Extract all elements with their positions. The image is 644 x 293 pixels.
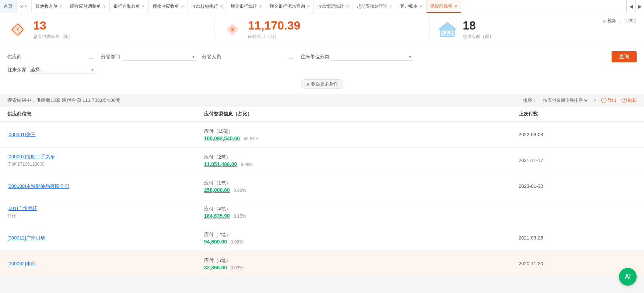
nav-tab-cash-flow[interactable]: 现金银行流水查询 ✕ xyxy=(266,0,314,13)
diamond-icon: ¥ xyxy=(7,19,28,40)
close-icon[interactable]: ✕ xyxy=(181,4,184,8)
nav-tab-ar-ap-adjust[interactable]: 应收应付调整单 ✕ xyxy=(66,0,110,13)
last-pay-5: 2020-11-20 xyxy=(519,261,543,266)
sort-select[interactable]: 按应付余额倒序排序 xyxy=(542,97,589,103)
close-icon[interactable]: ✕ xyxy=(142,4,145,8)
person-input[interactable] xyxy=(225,54,287,59)
table-row: [000001]张三 应付（15笔） 100,092,540.00 89.61%… xyxy=(0,122,644,148)
tx-pct-1: 9.89% xyxy=(241,162,253,167)
department-select[interactable] xyxy=(124,54,192,59)
filter-row-1: 供应商 ... 分管部门 ▾ 分管人员 ... 往来单位分类 xyxy=(7,51,637,62)
col-header-supplier: 供应商信息 xyxy=(7,111,204,117)
nav-tab-home[interactable]: 首页 xyxy=(0,0,17,13)
supplier-link-3[interactable]: [001]广州荣轩 xyxy=(7,206,37,211)
result-info: 搜索结果中，供应商13家 应付金额 111,703,854.00元 xyxy=(7,97,120,104)
supplier-dots-icon[interactable]: ... xyxy=(89,54,94,60)
tx-amount-0[interactable]: 100,092,540.00 xyxy=(204,135,240,141)
collapse-button[interactable]: ∧ 收起更多条件 xyxy=(301,79,343,89)
nav-tab-other-income[interactable]: 其他收入单 ✕ xyxy=(32,0,66,13)
supplier-table: 供应商信息 应付交易信息（占比） 上次付数 [000001]张三 应付（15笔）… xyxy=(0,107,644,277)
supplier-link-0[interactable]: [000001]张三 xyxy=(7,132,36,137)
tx-amount-1[interactable]: 11,051,486.00 xyxy=(204,161,237,167)
tx-amount-3[interactable]: 164,635.90 xyxy=(204,213,230,219)
video-link[interactable]: 视频 xyxy=(608,18,616,24)
nav-tab-overdue-ar[interactable]: 超期应收款查询 ✕ xyxy=(353,0,396,13)
tx-amount-4[interactable]: 94,600.00 xyxy=(204,239,227,245)
close-icon[interactable]: ✕ xyxy=(346,4,349,8)
result-actions: 排序： 按应付余额倒序排序 ▾ ↑ 导出 ↺ 刷新 xyxy=(523,97,637,104)
col-header-transactions: 应付交易信息（占比） xyxy=(204,111,519,117)
close-icon[interactable]: ✕ xyxy=(220,4,223,8)
close-icon[interactable]: ✕ xyxy=(454,4,457,8)
last-pay-4: 2021-03-25 xyxy=(519,235,543,241)
top-right-links: ▶ 视频 | ? 帮助 xyxy=(601,18,637,24)
filter-row-2: 往来余额 选择... ▾ xyxy=(7,66,637,73)
nav-tab-bank-deposit[interactable]: 银行存取款单 ✕ xyxy=(110,0,149,13)
refresh-button[interactable]: ↺ 刷新 xyxy=(622,97,637,104)
nav-tab-cash-stat[interactable]: 现金银行统计 ✕ xyxy=(227,0,266,13)
stats-header: ¥ 13 总应付供应商（家） ¥ 11,170.39 应付合计（万） xyxy=(0,13,644,46)
supplier-sub-1: 王通 17106110000 xyxy=(7,161,204,168)
table-header: 供应商信息 应付交易信息（占比） 上次付数 xyxy=(0,107,644,122)
balance-select[interactable]: 选择... xyxy=(30,67,91,72)
tx-amount-5[interactable]: 32,366.00 xyxy=(204,265,227,270)
chevron-down-icon2: ▾ xyxy=(409,54,411,59)
supplier-link-2[interactable]: [000100]本特勤油品有限公司 xyxy=(7,183,69,189)
category-label: 往来单位分类 xyxy=(301,54,329,60)
table-row: [000100]本特勤油品有限公司 应付（1笔） 258,000.00 0.23… xyxy=(0,173,644,199)
nav-tab-prepay-ar[interactable]: 预收冲应收单 ✕ xyxy=(149,0,188,13)
nav-tab-supplier-ledger[interactable]: 供应商账本 ✕ xyxy=(427,0,461,13)
table-row: [000002]李四 应付（5笔） 32,366.00 0.03% 2020-1… xyxy=(0,251,644,277)
filter-supplier: 供应商 ... xyxy=(7,53,95,61)
stat-num-payable-total: 11,170.39 xyxy=(248,19,300,32)
close-icon[interactable]: ✕ xyxy=(389,4,392,8)
supplier-link-1[interactable]: [000007]恒旺二手叉车 xyxy=(7,154,55,159)
category-select[interactable] xyxy=(333,54,409,59)
nav-tab-customer-ledger[interactable]: 客户账本 ✕ xyxy=(396,0,427,13)
filter-balance: 往来余额 选择... ▾ xyxy=(7,66,95,73)
supplier-label: 供应商 xyxy=(7,54,22,60)
supplier-input[interactable] xyxy=(25,54,87,59)
nav-tab-3[interactable]: 3 ✕ xyxy=(17,0,32,13)
close-icon[interactable]: ✕ xyxy=(307,4,310,8)
circle-play-icon: ▶ xyxy=(603,18,606,24)
filter-area: 供应商 ... 分管部门 ▾ 分管人员 ... 往来单位分类 xyxy=(0,46,644,94)
table-row: [000007]恒旺二手叉车 王通 17106110000 应付（2笔） 11,… xyxy=(0,148,644,173)
tx-pct-2: 0.23% xyxy=(234,188,246,193)
chevron-down-icon: ▾ xyxy=(192,54,195,59)
last-pay-1: 2021-11-17 xyxy=(519,158,543,163)
close-icon[interactable]: ✕ xyxy=(103,4,106,8)
nav-prev-arrow[interactable]: ◀ xyxy=(626,0,635,13)
tx-label-4: 应付（2笔） xyxy=(204,231,519,238)
tx-label-5: 应付（5笔） xyxy=(204,257,519,264)
tx-label-3: 应付（4笔） xyxy=(204,206,519,212)
nav-tab-receipt-stat[interactable]: 收款情况统计 ✕ xyxy=(314,0,353,13)
nav-next-arrow[interactable]: ▶ xyxy=(635,0,644,13)
filter-person: 分管人员 ... xyxy=(202,53,294,61)
stat-block-payable-total: ¥ 11,170.39 应付合计（万） xyxy=(214,19,422,40)
export-button[interactable]: ↑ 导出 xyxy=(601,97,616,104)
close-icon[interactable]: ✕ xyxy=(25,4,28,8)
stat-label-payable-total: 应付合计（万） xyxy=(248,34,300,40)
close-icon[interactable]: ✕ xyxy=(420,4,423,8)
stat-label-payable-suppliers: 总应付供应商（家） xyxy=(33,34,73,40)
collapse-bar[interactable]: ∧ 收起更多条件 xyxy=(7,77,637,91)
filter-category: 往来单位分类 ▾ xyxy=(301,53,413,61)
filter-department: 分管部门 ▾ xyxy=(101,53,196,61)
svg-rect-13 xyxy=(441,31,443,32)
help-link[interactable]: 帮助 xyxy=(628,18,637,24)
table-row: [001]广州荣轩 仔仔 应付（4笔） 164,635.90 0.15% xyxy=(0,199,644,225)
nav-tab-payment-verify[interactable]: 收款核销执行 ✕ xyxy=(188,0,227,13)
svg-marker-10 xyxy=(439,23,456,29)
close-icon[interactable]: ✕ xyxy=(259,4,262,8)
nav-arrows: ◀ ▶ xyxy=(626,0,644,13)
chevron-down-sort-icon: ▾ xyxy=(594,98,596,103)
table-row: [000012]广州贝瑞 应付（2笔） 94,600.00 0.08% 2021… xyxy=(0,225,644,251)
svg-text:¥: ¥ xyxy=(231,28,234,32)
supplier-link-5[interactable]: [000002]李四 xyxy=(7,261,36,266)
tx-amount-2[interactable]: 258,000.00 xyxy=(204,187,230,193)
person-dots-icon[interactable]: ... xyxy=(288,54,293,60)
close-icon[interactable]: ✕ xyxy=(59,4,62,8)
search-button[interactable]: 查询 xyxy=(612,51,637,62)
supplier-link-4[interactable]: [000012]广州贝瑞 xyxy=(7,235,45,241)
